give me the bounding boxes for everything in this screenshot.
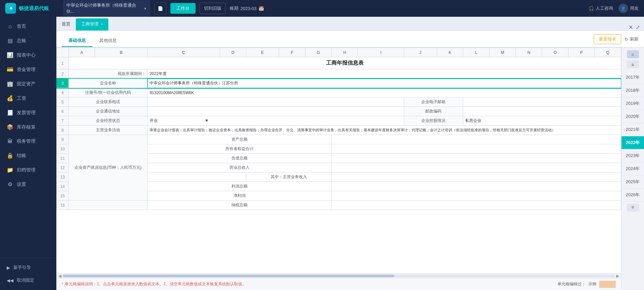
- consult-button[interactable]: 🎧 人工咨询: [589, 5, 613, 11]
- year-2022[interactable]: 2022年: [622, 136, 644, 149]
- user-area[interactable]: 👤 用友: [619, 4, 639, 13]
- cell-10-value[interactable]: [332, 144, 621, 154]
- sidebar-item-close[interactable]: 🔒 结账: [0, 148, 56, 163]
- year-2019[interactable]: 2019年: [622, 97, 644, 110]
- cell-7-value[interactable]: 开业 ▼: [148, 116, 404, 126]
- sub-tab-basic[interactable]: 基础信息: [62, 35, 93, 47]
- col-O[interactable]: O: [542, 48, 568, 57]
- cell-8-value[interactable]: 审查企业会计报表；出具审计报告；验证企业资本；出具验资报告；办理企业合开、分立、…: [148, 126, 621, 135]
- col-B[interactable]: B: [95, 48, 148, 57]
- year-panel-down-arrow[interactable]: ▼: [627, 204, 639, 212]
- top-header: ✦ 畅捷通易代账 中审众环会计师事务所（特殊普通合伙... ▼ 📄 工作台 切到…: [0, 0, 644, 17]
- spreadsheet-container[interactable]: A B C D E F G H I J: [56, 48, 621, 273]
- col-A[interactable]: A: [69, 48, 95, 57]
- cell-7-rvalue[interactable]: 私营企业: [463, 116, 621, 126]
- scroll-left-arrow[interactable]: ◀: [57, 274, 63, 278]
- sidebar-item-tax[interactable]: 🏛 税务管理: [0, 134, 56, 148]
- sidebar-label-ledger: 总账: [17, 38, 26, 44]
- cell-12-value[interactable]: [332, 163, 621, 172]
- row-num-9: 9: [57, 135, 69, 144]
- workbench-button[interactable]: 工作台: [170, 3, 196, 14]
- logo-area: ✦ 畅捷通易代账: [5, 3, 59, 14]
- year-2020[interactable]: 2020年: [622, 110, 644, 123]
- sidebar-item-inventory[interactable]: 📦 库存核算: [0, 120, 56, 134]
- col-Q[interactable]: Q: [595, 48, 621, 57]
- year-2017[interactable]: 2017年: [622, 71, 644, 84]
- cell-9-value[interactable]: [332, 135, 621, 144]
- year-2025[interactable]: 2025年: [622, 175, 644, 189]
- sidebar-item-ledger[interactable]: ▤ 总账: [0, 33, 56, 48]
- reset-report-button[interactable]: 重置报表: [594, 34, 621, 44]
- expand-tab-button[interactable]: ⤢: [636, 24, 640, 30]
- sidebar-item-unpin[interactable]: ◀◀ 取消固定: [0, 274, 56, 287]
- sub-tab-other[interactable]: 其他信息: [93, 35, 123, 47]
- scroll-right-arrow[interactable]: ▶: [615, 274, 621, 278]
- cell-6-label: 企业通信地址: [69, 107, 148, 116]
- sidebar-item-payroll[interactable]: 💰 工资: [0, 91, 56, 105]
- cell-16-value[interactable]: [332, 201, 621, 210]
- scroll-track[interactable]: [63, 275, 615, 277]
- col-H[interactable]: H: [332, 48, 358, 57]
- cell-13-value[interactable]: [332, 172, 621, 182]
- year-2023[interactable]: 2023年: [622, 149, 644, 162]
- sidebar-item-guide[interactable]: ▶ 新手引导: [0, 261, 56, 274]
- cell-6-rvalue[interactable]: [463, 107, 621, 116]
- sidebar-item-settings[interactable]: ⚙ 设置: [0, 177, 56, 192]
- refresh-button[interactable]: ↻ 刷新: [625, 36, 639, 42]
- company-selector[interactable]: 中审众环会计师事务所（特殊普通合伙... ▼: [63, 0, 150, 16]
- col-J[interactable]: J: [404, 48, 437, 57]
- calendar-icon[interactable]: 📅: [259, 6, 264, 11]
- title-cell[interactable]: 工商年报信息表: [69, 57, 621, 69]
- sidebar-label-fund: 资金管理: [17, 67, 36, 73]
- year-panel-up-arrow[interactable]: ▲: [627, 50, 639, 58]
- cell-6-value[interactable]: [148, 107, 404, 116]
- cell-5-value[interactable]: [148, 97, 404, 107]
- tab-home[interactable]: 首页: [56, 18, 76, 30]
- col-M[interactable]: M: [489, 48, 516, 57]
- fund-icon: 💳: [7, 66, 13, 73]
- cell-4-label: 注册号/统一社会信用代码: [69, 88, 148, 97]
- col-K[interactable]: K: [437, 48, 463, 57]
- year-2024[interactable]: 2024年: [622, 162, 644, 175]
- col-C[interactable]: C: [148, 48, 220, 57]
- cell-2-value[interactable]: 2022年度: [148, 69, 621, 79]
- col-I[interactable]: I: [358, 48, 404, 57]
- table-row: 16 纳税总额: [57, 201, 621, 210]
- col-D[interactable]: D: [220, 48, 246, 57]
- cell-4-value[interactable]: 91320100MA208E5W6K: [148, 88, 621, 97]
- col-F[interactable]: F: [279, 48, 305, 57]
- col-L[interactable]: L: [463, 48, 489, 57]
- old-version-button[interactable]: 切到旧版: [200, 3, 226, 14]
- year-2018[interactable]: 2018年: [622, 84, 644, 97]
- cell-7-label: 企业经营状态: [69, 116, 148, 126]
- horizontal-scrollbar[interactable]: ◀ ▶: [56, 273, 621, 278]
- year-2021[interactable]: 2021年: [622, 123, 644, 136]
- header-right: 🎧 人工咨询 👤 用友: [589, 4, 639, 13]
- col-P[interactable]: P: [568, 48, 594, 57]
- sidebar-item-invoice[interactable]: 🧾 发票管理: [0, 105, 56, 120]
- col-E[interactable]: E: [246, 48, 279, 57]
- tab-close-icon[interactable]: ×: [101, 22, 103, 26]
- cell-14-value[interactable]: [332, 182, 621, 191]
- row-num-13: 13: [57, 172, 69, 182]
- tab-active[interactable]: 工商管理 ×: [76, 18, 108, 30]
- cell-11-value[interactable]: [332, 154, 621, 163]
- sidebar-item-report[interactable]: 📊 报表中心: [0, 48, 56, 62]
- cell-3-value[interactable]: 中审众环会计师事务所（特殊普通合伙）江苏分所: [148, 79, 621, 88]
- year-panel-up2-arrow[interactable]: ▲: [627, 60, 639, 68]
- sidebar-item-asset[interactable]: 🏢 固定资产: [0, 77, 56, 91]
- table-row[interactable]: 3 企业名称 中审众环会计师事务所（特殊普通合伙）江苏分所: [57, 79, 621, 88]
- sidebar-bottom: ▶ 新手引导 ◀◀ 取消固定: [0, 258, 56, 290]
- col-G[interactable]: G: [305, 48, 331, 57]
- close-tab-button[interactable]: ✕: [629, 24, 633, 30]
- col-N[interactable]: N: [516, 48, 542, 57]
- cell-15-value[interactable]: [332, 191, 621, 201]
- sidebar-item-archive[interactable]: 📁 归档管理: [0, 163, 56, 177]
- year-2026[interactable]: 2026年: [622, 189, 644, 202]
- close-accounts-icon: 🔒: [7, 152, 13, 159]
- sidebar-item-home[interactable]: ⌂ 首页: [0, 19, 56, 33]
- cell-5-rvalue[interactable]: [463, 97, 621, 107]
- document-icon-button[interactable]: 📄: [154, 2, 166, 14]
- sidebar-item-fund[interactable]: 💳 资金管理: [0, 62, 56, 77]
- scroll-thumb[interactable]: [63, 275, 394, 277]
